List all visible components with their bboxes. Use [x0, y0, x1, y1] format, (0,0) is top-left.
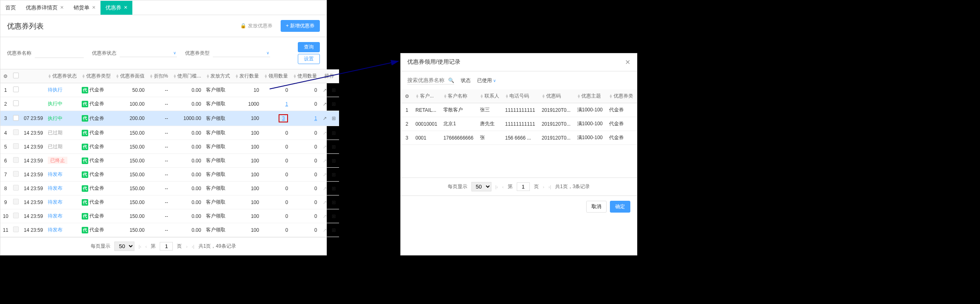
next-page-icon[interactable]: › — [543, 184, 545, 189]
claim-link[interactable]: 3 — [282, 115, 285, 121]
query-button[interactable]: 查询 — [298, 42, 320, 52]
confirm-button[interactable]: 确定 — [610, 201, 630, 213]
qr-icon[interactable]: ⊞ — [331, 130, 337, 136]
col-actions: 操作 — [324, 73, 334, 79]
filter-name-input[interactable] — [35, 48, 84, 58]
col-cust-name[interactable]: 客户名称 — [448, 93, 467, 99]
share-icon[interactable]: ↗ — [322, 115, 328, 121]
table-row[interactable]: 2 执行中 代代金券 100.00 -- 0.00 客户领取 1000 1 0 … — [0, 97, 339, 111]
table-row[interactable]: 3 0001 17666666666 张 156 6666 ... 201912… — [401, 131, 637, 145]
next-page-icon[interactable]: › — [186, 244, 188, 249]
table-row[interactable]: 1 待执行 代代金券 50.00 -- 0.00 客户领取 10 0 0 ↗ ⊞ — [0, 83, 339, 97]
share-icon[interactable]: ↗ — [322, 101, 328, 107]
table-row[interactable]: 11 14 23:59 待发布 代代金券 150.00 -- 0.00 客户领取… — [0, 223, 339, 237]
qr-icon[interactable]: ⊞ — [331, 87, 337, 93]
row-checkbox[interactable] — [13, 100, 19, 106]
modal-per-page-select[interactable]: 50 — [471, 182, 491, 191]
first-page-icon[interactable]: |‹ — [138, 244, 141, 249]
share-icon[interactable]: ↗ — [322, 87, 328, 93]
row-checkbox[interactable] — [13, 213, 19, 218]
qr-icon[interactable]: ⊞ — [331, 172, 337, 178]
table-row[interactable]: 9 14 23:59 待发布 代代金券 150.00 -- 0.00 客户领取 … — [0, 195, 339, 209]
col-type[interactable]: 优惠券类型 — [86, 73, 111, 79]
page-input[interactable] — [160, 242, 173, 251]
per-page-select[interactable]: 50 — [114, 242, 134, 251]
qr-icon[interactable]: ⊞ — [331, 186, 337, 191]
row-checkbox[interactable] — [13, 157, 19, 163]
close-icon[interactable]: ✕ — [60, 5, 64, 10]
status-badge: 已过期 — [48, 130, 63, 135]
table-row[interactable]: 10 14 23:59 待发布 代代金券 150.00 -- 0.00 客户领取… — [0, 209, 339, 223]
table-row[interactable]: 5 14 23:59 已过期 代代金券 150.00 -- 0.00 客户领取 … — [0, 140, 339, 154]
qr-icon[interactable]: ⊞ — [331, 115, 337, 121]
first-page-icon[interactable]: |‹ — [496, 184, 498, 189]
select-all-checkbox[interactable] — [13, 73, 19, 78]
col-phone[interactable]: 电话号码 — [509, 93, 529, 99]
gear-icon[interactable]: ⚙ — [405, 93, 409, 99]
col-claim[interactable]: 领用数量 — [268, 73, 288, 79]
tab[interactable]: 首页 — [0, 1, 21, 15]
qr-icon[interactable]: ⊞ — [331, 200, 337, 205]
row-checkbox[interactable] — [13, 199, 19, 204]
qr-icon[interactable]: ⊞ — [331, 213, 337, 219]
row-checkbox[interactable] — [13, 143, 19, 149]
status-select[interactable]: 已使用 ∨ — [477, 77, 526, 84]
table-row[interactable]: 2 00010001 北京1 唐先生 11111111111 2019120T0… — [401, 117, 637, 131]
table-row[interactable]: 4 14 23:59 已过期 代代金券 150.00 -- 0.00 客户领取 … — [0, 126, 339, 140]
col-method[interactable]: 发放方式 — [210, 73, 230, 79]
claim-link[interactable]: 1 — [285, 101, 288, 107]
qr-icon[interactable]: ⊞ — [331, 101, 337, 107]
qr-icon[interactable]: ⊞ — [331, 144, 337, 150]
use-link[interactable]: 1 — [314, 115, 317, 121]
qr-icon[interactable]: ⊞ — [331, 158, 337, 164]
row-checkbox[interactable] — [13, 185, 19, 191]
row-checkbox[interactable] — [13, 226, 19, 232]
qr-icon[interactable]: ⊞ — [331, 227, 337, 233]
col-discount[interactable]: 折扣% — [154, 73, 168, 79]
last-page-icon[interactable]: ›| — [192, 244, 194, 249]
settings-button[interactable]: 设置 — [298, 54, 320, 64]
coupon-type-icon: 代 — [82, 115, 88, 122]
row-checkbox[interactable] — [13, 115, 19, 121]
filter-status-select[interactable]: ∨ — [120, 49, 177, 57]
prev-page-icon[interactable]: ‹ — [502, 184, 504, 189]
gear-icon[interactable]: ⚙ — [3, 73, 8, 79]
coupon-type-icon: 代 — [82, 171, 88, 178]
row-checkbox[interactable] — [13, 171, 19, 177]
col-subject[interactable]: 优惠主题 — [581, 93, 601, 99]
last-page-icon[interactable]: ›| — [548, 184, 551, 189]
close-icon[interactable]: ✕ — [124, 5, 127, 10]
tab[interactable]: 优惠券详情页✕ — [21, 1, 69, 15]
table-row[interactable]: 8 14 23:59 待发布 代代金券 150.00 -- 0.00 客户领取 … — [0, 182, 339, 195]
prev-page-icon[interactable]: ‹ — [145, 244, 147, 249]
tab[interactable]: 销货单✕ — [69, 1, 100, 15]
status-badge: 执行中 — [48, 101, 63, 107]
col-status[interactable]: 优惠券状态 — [52, 73, 77, 79]
table-row[interactable]: 1 RETAIL... 零散客户 张三 11111111111 2019120T… — [401, 103, 637, 117]
modal-page-input[interactable] — [517, 182, 530, 191]
cancel-button[interactable]: 取消 — [586, 201, 607, 213]
add-coupon-button[interactable]: + 新增优惠券 — [281, 20, 320, 32]
status-badge: 待发布 — [48, 227, 63, 233]
row-checkbox[interactable] — [13, 129, 19, 135]
col-issue[interactable]: 发行数量 — [239, 73, 259, 79]
col-code[interactable]: 优惠码 — [546, 93, 561, 99]
col-threshold[interactable]: 使用门槛... — [177, 73, 201, 79]
close-icon[interactable]: ✕ — [625, 58, 630, 66]
close-icon[interactable]: ✕ — [92, 5, 96, 10]
distribute-button[interactable]: 🔒 发放优惠券 — [235, 20, 277, 31]
col-cust-no[interactable]: 客户... — [420, 93, 434, 99]
search-input[interactable]: 🔍 — [407, 76, 454, 84]
search-icon[interactable]: 🔍 — [448, 78, 454, 83]
table-row[interactable]: 7 14 23:59 待发布 代代金券 150.00 -- 0.00 客户领取 … — [0, 168, 339, 182]
table-row[interactable]: 6 14 23:59 已终止 代代金券 150.00 -- 0.00 客户领取 … — [0, 154, 339, 168]
col-type[interactable]: 优惠券类 — [614, 93, 633, 99]
tab[interactable]: 优惠券✕ — [100, 1, 132, 15]
row-checkbox[interactable] — [13, 87, 19, 92]
chevron-down-icon: ∨ — [266, 51, 269, 55]
filter-type-select[interactable]: ∨ — [213, 49, 270, 57]
col-face[interactable]: 优惠券面值 — [120, 73, 145, 79]
table-row[interactable]: 3 07 23:59 执行中 代代金券 200.00 -- 1000.00 客户… — [0, 111, 339, 126]
col-use[interactable]: 使用数量 — [297, 73, 317, 79]
col-contact[interactable]: 联系人 — [484, 93, 499, 99]
